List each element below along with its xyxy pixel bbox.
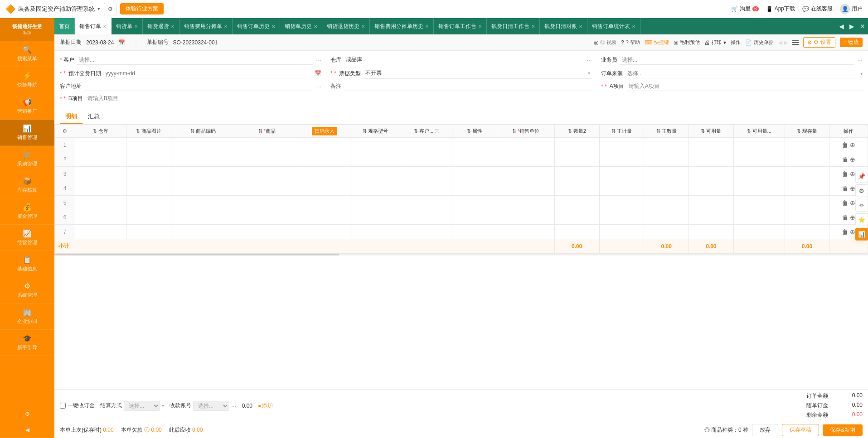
tab-summary[interactable]: 汇总: [82, 110, 105, 124]
float-btn-4[interactable]: ⭐: [855, 213, 868, 226]
tab-close-order-history[interactable]: ✕: [272, 24, 275, 29]
salesperson-input[interactable]: [620, 55, 854, 65]
copy-row-icon[interactable]: ⊕: [850, 156, 855, 163]
col-settings-icon[interactable]: ⚙: [63, 128, 67, 134]
tab-detail[interactable]: 明细: [60, 110, 82, 124]
sort-attr[interactable]: ⇅: [467, 128, 471, 134]
tab-close-workbench[interactable]: ✕: [478, 24, 482, 29]
tab-prev-button[interactable]: ◀: [836, 23, 847, 30]
warehouse-select[interactable]: 成品库: [344, 54, 584, 65]
settings-form-button[interactable]: ⚙ ⚙ 设置: [803, 37, 835, 48]
delete-row-icon[interactable]: 🗑: [842, 214, 848, 221]
sidebar-collapse-button[interactable]: ◀: [0, 422, 54, 438]
tab-close-cash-reconcile[interactable]: ✕: [579, 24, 582, 29]
delete-row-icon[interactable]: 🗑: [842, 199, 848, 207]
sidebar-item-sales[interactable]: 📊 销售管理: [0, 120, 54, 146]
video-help-button[interactable]: ◎ ◎ 视频: [594, 39, 616, 46]
sidebar-item-basic[interactable]: 📋 基础信息: [0, 251, 54, 277]
online-service-link[interactable]: 💬 在线客服: [802, 5, 833, 13]
salesperson-more-button[interactable]: ···: [857, 56, 863, 63]
shop-link[interactable]: 🛒 淘里 6: [731, 5, 759, 13]
receipt-more-button[interactable]: ···: [231, 402, 237, 409]
tab-close-cash-workbench[interactable]: ✕: [531, 24, 535, 29]
remark-input[interactable]: [344, 82, 592, 91]
copy-row-icon[interactable]: ⊕: [850, 214, 855, 221]
current-amount-info-icon[interactable]: ⓘ: [144, 427, 150, 433]
tab-close-sales-refund[interactable]: ✕: [171, 24, 175, 29]
sort-avail-more[interactable]: ⇅: [747, 128, 751, 134]
sort-current[interactable]: ⇅: [797, 128, 801, 134]
settle-method-select[interactable]: 选择...: [124, 401, 160, 411]
sidebar-item-guide[interactable]: 🎓 新手引导: [0, 330, 54, 356]
warehouse-more-button[interactable]: ···: [587, 56, 592, 63]
float-btn-1[interactable]: 📌: [855, 170, 868, 183]
tab-next-button[interactable]: ▶: [847, 23, 857, 30]
delete-row-icon[interactable]: 🗑: [842, 156, 848, 163]
save-draft-button[interactable]: 保存草稿: [782, 424, 819, 436]
delete-row-icon[interactable]: 🗑: [842, 185, 848, 192]
tab-sales-refund-history[interactable]: 销货退货历史 ✕: [322, 18, 370, 34]
tab-close-sales-return[interactable]: ✕: [134, 24, 138, 29]
tab-close-sales-order[interactable]: ✕: [103, 24, 107, 29]
sort-main-qty[interactable]: ⇅: [656, 128, 660, 134]
sort-product[interactable]: ⇅: [258, 128, 262, 134]
sort-img[interactable]: ⇅: [136, 128, 140, 134]
system-name[interactable]: 🔶 装备及固定资产辅助管理系统 ▾: [5, 4, 100, 14]
settle-dropdown-icon[interactable]: ▾: [162, 403, 164, 408]
app-download-link[interactable]: 📱 App下载: [766, 5, 795, 13]
tab-sales-refund[interactable]: 销货退货 ✕: [143, 18, 179, 34]
sort-spec[interactable]: ⇅: [363, 128, 367, 134]
float-btn-2[interactable]: ⚙: [855, 184, 868, 197]
sort-qty2[interactable]: ⇅: [568, 128, 572, 134]
float-btn-5[interactable]: 📊: [855, 228, 868, 241]
invoice-type-select[interactable]: 不开票 ▾: [364, 68, 592, 79]
tab-sales-workbench[interactable]: 销售订单工作台 ✕: [434, 18, 487, 34]
delivery-cal-icon[interactable]: 📅: [315, 70, 321, 77]
tab-sales-order[interactable]: 销售订单 ✕: [75, 18, 112, 34]
sort-unit[interactable]: ⇅: [512, 128, 516, 134]
delete-row-icon[interactable]: 🗑: [842, 170, 848, 178]
operation-button[interactable]: 操作: [731, 39, 741, 46]
add-logistics-button[interactable]: + 物流: [840, 38, 863, 47]
tab-sales-order-history[interactable]: 销售订单历史 ✕: [233, 18, 280, 34]
tab-close-stats[interactable]: ✕: [632, 24, 635, 29]
sort-customer-code[interactable]: ⇅: [414, 128, 418, 134]
print-dropdown[interactable]: ▾: [723, 39, 726, 46]
save-new-button[interactable]: 保存&新增: [823, 424, 863, 436]
sidebar-item-operations[interactable]: 📈 经营管理: [0, 225, 54, 251]
help-button[interactable]: ? ? 帮助: [621, 39, 640, 46]
scan-button[interactable]: 扫码录入: [312, 127, 337, 135]
settings-button[interactable]: ⚙: [104, 3, 116, 15]
sidebar-item-system[interactable]: ⚙ 系统管理: [0, 277, 54, 303]
sidebar-item-capital[interactable]: 💰 资金管理: [0, 198, 54, 225]
customer-more-button[interactable]: ···: [316, 56, 321, 63]
sidebar-bottom-settings[interactable]: ⚙: [0, 406, 54, 422]
solution-button[interactable]: 体验行业方案: [120, 3, 164, 14]
delete-row-icon[interactable]: 🗑: [842, 228, 848, 236]
system-dropdown-icon[interactable]: ▾: [97, 6, 100, 12]
sidebar-item-quick-nav[interactable]: ⚡ 快捷导航: [0, 67, 54, 93]
tab-close-refund-history[interactable]: ✕: [361, 24, 365, 29]
sort-code[interactable]: ⇅: [190, 128, 194, 134]
tab-close-expense-split[interactable]: ✕: [224, 24, 228, 29]
sidebar-item-inventory[interactable]: 📦 库存核算: [0, 172, 54, 198]
copy-row-icon[interactable]: ⊕: [850, 185, 855, 192]
order-source-input[interactable]: [626, 69, 858, 78]
tab-close-return-history[interactable]: ✕: [314, 24, 317, 29]
a-project-input[interactable]: [627, 82, 863, 91]
copy-row-icon[interactable]: ⊕: [850, 170, 855, 178]
tab-home[interactable]: 首页: [54, 18, 75, 34]
delete-row-icon[interactable]: 🗑: [842, 141, 848, 149]
tab-sales-return-history[interactable]: 销货单历史 ✕: [280, 18, 322, 34]
receipt-account-select[interactable]: 选择...: [193, 401, 229, 411]
copy-row-icon[interactable]: ⊕: [850, 199, 855, 207]
print-button[interactable]: 🖨 打印 ▾: [704, 39, 726, 46]
delivery-date-input[interactable]: [104, 69, 312, 78]
col-settings[interactable]: ⚙: [55, 125, 75, 138]
customer-input[interactable]: [77, 55, 313, 65]
customer-address-input[interactable]: [84, 82, 313, 91]
tab-sales-expense-split[interactable]: 销售费用分摊单 ✕: [179, 18, 233, 34]
one-click-checkbox[interactable]: [60, 403, 66, 409]
tab-sales-return[interactable]: 销货单 ✕: [112, 18, 143, 34]
address-more-button[interactable]: ···: [316, 83, 321, 90]
